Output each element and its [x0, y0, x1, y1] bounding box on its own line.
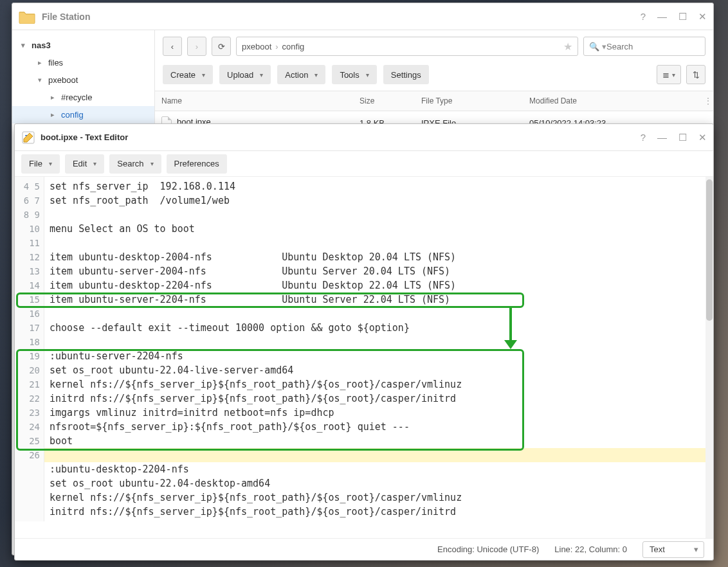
tree-files[interactable]: ▸files [12, 54, 154, 71]
refresh-button[interactable]: ⟳ [212, 37, 231, 56]
chevron-right-icon: ▸ [51, 111, 57, 119]
scroll-thumb[interactable] [706, 179, 713, 321]
help-icon[interactable]: ? [641, 11, 646, 22]
text-editor-title: boot.ipxe - Text Editor [41, 132, 128, 142]
menu-preferences[interactable]: Preferences [167, 154, 227, 174]
chevron-down-icon: ▾ [38, 76, 44, 84]
nav-forward-button[interactable]: › [187, 37, 206, 56]
code-line[interactable]: item ubuntu-desktop-2204-nfs Ubuntu Desk… [44, 278, 705, 292]
maximize-icon[interactable]: ☐ [678, 11, 687, 22]
code-editor[interactable]: 4 5 6 7 8 9 10 11 12 13 14 15 16 17 18 1… [15, 177, 713, 538]
editor-statusbar: Encoding: Unicode (UTF-8) Line: 22, Colu… [15, 538, 713, 560]
status-encoding: Encoding: Unicode (UTF-8) [437, 544, 539, 554]
text-editor-toolbar: File▾ Edit▾ Search▾ Preferences [15, 151, 713, 177]
code-line[interactable]: set os_root ubuntu-22.04-live-server-amd… [44, 363, 705, 377]
col-name[interactable]: Name [155, 91, 353, 111]
code-line[interactable] [44, 448, 705, 462]
settings-button[interactable]: Settings [383, 65, 429, 84]
caret-down-icon: ▾ [366, 71, 369, 78]
file-station-title: File Station [42, 12, 90, 22]
upload-button[interactable]: Upload▾ [219, 65, 271, 84]
code-line[interactable]: :ubuntu-desktop-2204-nfs [44, 462, 705, 476]
code-line[interactable]: initrd nfs://${nfs_server_ip}${nfs_root_… [44, 392, 705, 406]
status-position: Line: 22, Column: 0 [554, 544, 627, 554]
code-line[interactable]: set nfs_root_path /volume1/web [44, 194, 705, 208]
tree-root[interactable]: ▾nas3 [12, 37, 154, 54]
chevron-right-icon: ▸ [38, 59, 44, 67]
code-line[interactable]: :ubuntu-server-2204-nfs [44, 349, 705, 363]
file-grid-header: Name Size File Type Modified Date ⋮ [155, 91, 713, 111]
create-button[interactable]: Create▾ [163, 65, 213, 84]
code-line[interactable] [44, 335, 705, 349]
code-line[interactable]: menu Select an OS to boot [44, 222, 705, 236]
menu-edit[interactable]: Edit▾ [65, 154, 104, 174]
menu-file[interactable]: File▾ [21, 154, 60, 174]
code-line[interactable]: boot [44, 434, 705, 448]
code-line[interactable]: item ubuntu-desktop-2004-nfs Ubuntu Desk… [44, 250, 705, 264]
caret-down-icon: ▾ [260, 71, 263, 78]
favorite-star-icon[interactable]: ★ [563, 40, 572, 53]
close-icon[interactable]: ✕ [698, 11, 707, 22]
file-station-titlebar[interactable]: File Station ? — ☐ ✕ [12, 3, 713, 30]
sort-button[interactable]: ⇅ [686, 65, 705, 84]
text-editor-window: T boot.ipxe - Text Editor ? — ☐ ✕ File▾ … [14, 123, 714, 561]
col-mod[interactable]: Modified Date [523, 91, 698, 111]
code-line[interactable]: item ubuntu-server-2004-nfs Ubuntu Serve… [44, 264, 705, 278]
col-type[interactable]: File Type [415, 91, 523, 111]
help-icon[interactable]: ? [641, 132, 646, 143]
code-line[interactable]: set os_root ubuntu-22.04-desktop-amd64 [44, 476, 705, 491]
minimize-icon[interactable]: — [657, 132, 667, 143]
caret-down-icon: ▾ [314, 71, 318, 78]
caret-down-icon: ▾ [202, 71, 205, 78]
view-list-button[interactable]: ≣▾ [657, 65, 681, 84]
col-size[interactable]: Size [353, 91, 415, 111]
tree-config[interactable]: ▸config [12, 106, 154, 123]
code-line[interactable]: kernel nfs://${nfs_server_ip}${nfs_root_… [44, 377, 705, 392]
tree-recycle[interactable]: ▸#recycle [12, 89, 154, 106]
code-line[interactable]: set nfs_server_ip 192.168.0.114 [44, 179, 705, 194]
code-line[interactable] [44, 236, 705, 250]
code-line[interactable]: nfsroot=${nfs_server_ip}:${nfs_root_path… [44, 420, 705, 434]
search-icon: 🔍 [589, 42, 599, 51]
columns-menu-icon[interactable]: ⋮ [698, 91, 713, 111]
minimize-icon[interactable]: — [657, 11, 667, 22]
code-line[interactable]: item ubuntu-server-2204-nfs Ubuntu Serve… [44, 292, 705, 307]
chevron-right-icon: ▸ [51, 93, 57, 102]
code-line[interactable]: initrd nfs://${nfs_server_ip}${nfs_root_… [44, 505, 705, 519]
text-editor-icon: T [21, 130, 35, 145]
close-icon[interactable]: ✕ [698, 132, 707, 143]
syntax-mode-dropdown[interactable]: Text [642, 541, 704, 558]
tree-pxeboot[interactable]: ▾pxeboot [12, 71, 154, 89]
chevron-down-icon: ▾ [21, 41, 28, 50]
code-line[interactable]: choose --default exit --timeout 10000 op… [44, 321, 705, 335]
vertical-scrollbar[interactable] [705, 177, 713, 538]
tools-button[interactable]: Tools▾ [332, 65, 376, 84]
search-box[interactable]: 🔍▾ [583, 37, 705, 56]
breadcrumb[interactable]: pxeboot › config ★ [236, 37, 578, 56]
search-input[interactable] [606, 42, 714, 51]
menu-search[interactable]: Search▾ [109, 154, 161, 174]
maximize-icon[interactable]: ☐ [678, 132, 687, 143]
code-line[interactable]: imgargs vmlinuz initrd=initrd netboot=nf… [44, 406, 705, 420]
text-editor-titlebar[interactable]: T boot.ipxe - Text Editor ? — ☐ ✕ [15, 124, 713, 151]
code-line[interactable]: kernel nfs://${nfs_server_ip}${nfs_root_… [44, 491, 705, 505]
code-line[interactable] [44, 208, 705, 222]
line-gutter: 4 5 6 7 8 9 10 11 12 13 14 15 16 17 18 1… [15, 177, 44, 521]
nav-back-button[interactable]: ‹ [163, 37, 182, 56]
file-station-icon [19, 10, 35, 24]
action-button[interactable]: Action▾ [277, 65, 325, 84]
code-line[interactable] [44, 307, 705, 321]
